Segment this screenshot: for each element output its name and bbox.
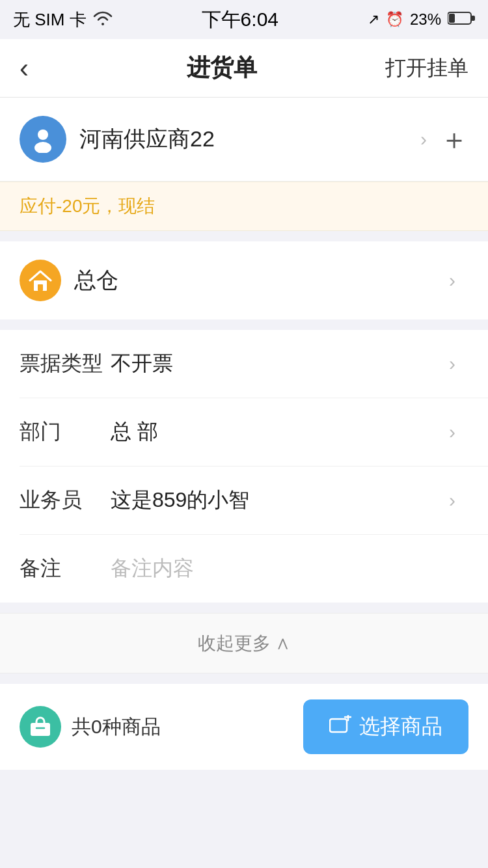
warehouse-row[interactable]: 总仓 › bbox=[0, 241, 488, 319]
collapse-label: 收起更多 ∧ bbox=[198, 633, 291, 653]
select-product-label: 选择商品 bbox=[359, 712, 442, 741]
department-value: 总 部 bbox=[111, 418, 449, 446]
status-left: 无 SIM 卡 bbox=[13, 8, 113, 31]
select-product-icon bbox=[329, 715, 351, 739]
back-button[interactable]: ‹ bbox=[20, 53, 59, 84]
warehouse-section: 总仓 › bbox=[0, 241, 488, 319]
remark-row[interactable]: 备注 备注内容 bbox=[0, 535, 488, 603]
supplier-name: 河南供应商22 bbox=[79, 124, 420, 154]
invoice-type-chevron-icon: › bbox=[449, 353, 455, 375]
warehouse-chevron-icon: › bbox=[449, 269, 455, 292]
department-label: 部门 bbox=[20, 418, 111, 446]
remark-placeholder[interactable]: 备注内容 bbox=[111, 554, 468, 583]
supplier-avatar bbox=[20, 116, 66, 163]
svg-point-4 bbox=[34, 142, 51, 153]
salesperson-label: 业务员 bbox=[20, 486, 111, 515]
invoice-type-value: 不开票 bbox=[111, 349, 449, 378]
time-display: 下午6:04 bbox=[202, 7, 278, 33]
supplier-row[interactable]: 河南供应商22 › ＋ bbox=[0, 98, 488, 182]
battery-text: 23% bbox=[410, 10, 441, 29]
carrier-text: 无 SIM 卡 bbox=[13, 8, 87, 31]
location-icon: ↗ bbox=[368, 11, 379, 28]
page-title: 进货单 bbox=[187, 52, 257, 84]
salesperson-value: 这是859的小智 bbox=[111, 486, 449, 515]
alarm-icon: ⏰ bbox=[386, 11, 403, 28]
supplier-chevron-icon: › bbox=[420, 128, 427, 150]
notice-text: 应付-20元，现结 bbox=[20, 196, 155, 216]
select-product-button[interactable]: 选择商品 bbox=[303, 699, 468, 754]
add-supplier-button[interactable]: ＋ bbox=[440, 125, 468, 154]
product-count-text: 共0种商品 bbox=[72, 714, 161, 740]
page-content: 河南供应商22 › ＋ 应付-20元，现结 总仓 › 票据 bbox=[0, 98, 488, 770]
department-row[interactable]: 部门 总 部 › bbox=[0, 398, 488, 466]
svg-rect-1 bbox=[449, 14, 455, 23]
remark-label: 备注 bbox=[20, 554, 111, 583]
form-section: 票据类型 不开票 › 部门 总 部 › 业务员 这是859的小智 › 备注 备注… bbox=[0, 330, 488, 603]
collapse-bar[interactable]: 收起更多 ∧ bbox=[0, 613, 488, 673]
svg-rect-7 bbox=[31, 723, 50, 736]
invoice-type-label: 票据类型 bbox=[20, 349, 111, 378]
salesperson-row[interactable]: 业务员 这是859的小智 › bbox=[0, 467, 488, 534]
nav-bar: ‹ 进货单 打开挂单 bbox=[0, 39, 488, 98]
open-hangup-button[interactable]: 打开挂单 bbox=[385, 54, 468, 83]
svg-rect-2 bbox=[471, 16, 475, 21]
warehouse-icon bbox=[20, 260, 61, 301]
product-count-icon bbox=[20, 706, 61, 748]
notice-bar: 应付-20元，现结 bbox=[0, 182, 488, 231]
svg-point-3 bbox=[38, 129, 48, 140]
supplier-section: 河南供应商22 › ＋ 应付-20元，现结 bbox=[0, 98, 488, 231]
wifi-icon bbox=[93, 10, 113, 30]
bottom-bar: 共0种商品 选择商品 bbox=[0, 684, 488, 770]
battery-icon bbox=[448, 10, 475, 30]
product-count-area: 共0种商品 bbox=[20, 706, 161, 748]
warehouse-label: 总仓 bbox=[74, 265, 449, 295]
svg-rect-6 bbox=[38, 284, 43, 291]
invoice-type-row[interactable]: 票据类型 不开票 › bbox=[0, 330, 488, 398]
svg-rect-9 bbox=[330, 719, 347, 732]
department-chevron-icon: › bbox=[449, 421, 455, 443]
salesperson-chevron-icon: › bbox=[449, 489, 455, 511]
status-bar: 无 SIM 卡 下午6:04 ↗ ⏰ 23% bbox=[0, 0, 488, 39]
status-right: ↗ ⏰ 23% bbox=[368, 10, 475, 30]
